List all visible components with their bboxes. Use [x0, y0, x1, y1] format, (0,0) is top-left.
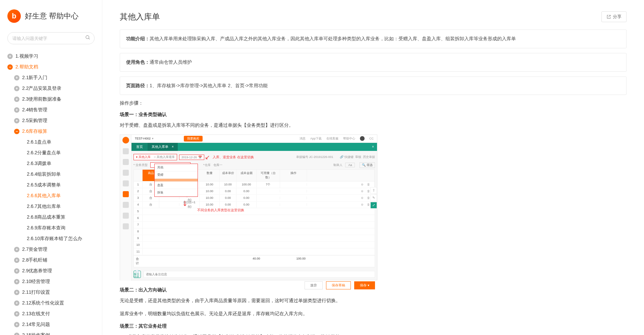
path-box: 页面路径：1、库存核算->库存管理->其他入库单 2、首页->常用功能	[120, 76, 627, 95]
calendar-icon: 📅	[198, 156, 202, 159]
table-row: 7	[134, 222, 375, 228]
nav-item[interactable]: +2.8手机旺铺	[7, 255, 95, 266]
svg-line-1	[89, 38, 90, 39]
nav-item[interactable]: +2.1新手入门	[7, 72, 95, 83]
nav-item[interactable]: +2.10经营管理	[7, 276, 95, 287]
ss-type-radios: ● 其他入库 ○ 其他入库退库	[133, 154, 177, 160]
steps-label: 操作步骤：	[120, 100, 627, 106]
site-link-1[interactable]: 好生意	[25, 12, 47, 20]
logo-row: b 好生意 帮助中心	[7, 9, 95, 23]
nav-item[interactable]: 2.6.9库存账本查询	[7, 223, 95, 233]
plus-icon: +	[14, 279, 19, 284]
ss-radio-in: ● 其他入库	[136, 155, 151, 159]
ss-chevron-down-icon: ▾	[152, 137, 154, 140]
nav-item[interactable]: +1.视频学习	[7, 51, 95, 62]
table-row: 8	[134, 228, 375, 235]
ss-remark-row: 📄备注信息	[133, 271, 375, 278]
nav-item[interactable]: 2.6.10库存账本错了怎么办	[7, 233, 95, 244]
search-icon[interactable]	[85, 35, 91, 42]
nav-item[interactable]: +2.4销售管理	[7, 105, 95, 115]
nav-item[interactable]: 2.6.2分量盘点单	[7, 148, 95, 158]
ss-avatar-icon	[360, 136, 365, 141]
ss-label: * 业务类型	[133, 163, 148, 167]
table-row: 10	[134, 242, 375, 248]
ss-header-link: 在线客服	[326, 136, 338, 141]
nav-item[interactable]: 2.6.1盘点单	[7, 137, 95, 148]
ss-menu-icon	[123, 223, 129, 229]
table-row: 9	[134, 235, 375, 242]
th	[134, 170, 143, 181]
ss-header-link: App下载	[310, 136, 322, 141]
logo-icon: b	[7, 9, 21, 23]
scene-heading: 场景一：业务类型确认	[120, 112, 627, 118]
plus-icon: +	[14, 258, 19, 263]
nav-item[interactable]: +2.5采购管理	[7, 115, 95, 126]
ss-maker: Aa	[345, 163, 355, 167]
scene-heading: 场景三：其它业务处理	[120, 323, 627, 329]
dd-item: 其他	[155, 164, 198, 171]
th: 数量	[200, 170, 220, 181]
ss-header-link: 帮助中心	[343, 136, 355, 141]
nav-item[interactable]: 2.6.4组装拆卸单	[7, 169, 95, 180]
plus-icon: +	[14, 97, 19, 102]
scene-text: 对于受赠、盘盈或是拆装入库等不同的业务，是通过单据头【业务类型】进行区分。	[120, 121, 627, 129]
table-row: 6	[134, 215, 375, 222]
nav-item[interactable]: +2.11打印设置	[7, 287, 95, 298]
search-input[interactable]	[7, 32, 95, 44]
ss-annotation: 入库、退货业务 在这里切换	[213, 155, 254, 160]
dd-item: 拆装	[155, 189, 198, 197]
role-box: 使用角色：通常由仓管人员维护	[120, 53, 627, 72]
nav-item[interactable]: −2.6库存核算	[7, 126, 95, 137]
nav-item[interactable]: +2.15操作案例	[7, 330, 95, 335]
th: 成本金额	[236, 170, 257, 181]
ss-footer: 放弃 保存草稿 保存 ▾	[133, 281, 375, 289]
main-content: 其他入库单 分享 功能介绍：其他入库单用来处理除采购入库、产成品入库之外的其他入…	[102, 0, 644, 335]
site-link-2[interactable]: 帮助中心	[49, 12, 78, 20]
table-row: 4台台(1台=1台)10.000.000.00⊕ 🗑	[134, 202, 375, 208]
search-box	[7, 32, 95, 44]
site-title: 好生意 帮助中心	[25, 11, 78, 21]
plus-icon: +	[14, 268, 19, 274]
nav-item[interactable]: −2.帮助文档	[7, 62, 95, 72]
sidebar: b 好生意 帮助中心 +1.视频学习 −2.帮助文档 +2.1新手入门 +2.2…	[0, 0, 102, 335]
nav-item[interactable]: +2.7资金管理	[7, 244, 95, 255]
ss-logo-icon	[122, 137, 129, 144]
scene-text: 退库业务中，明细数量均以负值红色展示。无论是入库还是退库，库存账均记在入库方向。	[120, 310, 627, 318]
nav-item[interactable]: +2.12系统个性化设置	[7, 298, 95, 309]
ss-menu-icon	[123, 180, 129, 186]
nav-item[interactable]: +2.3使用前数据准备	[7, 94, 95, 105]
plus-icon: +	[14, 247, 19, 252]
ss-menu-icon	[123, 159, 129, 165]
nav-item[interactable]: +2.2产品安装及登录	[7, 83, 95, 94]
plus-icon: +	[14, 86, 19, 91]
ss-tenant: TEST-H002	[135, 137, 151, 140]
nav-item[interactable]: 2.6.5成本调整单	[7, 180, 95, 190]
ss-tools: 🔗 快捷键 审核 历史单据	[340, 155, 375, 159]
plus-icon: +	[14, 107, 19, 113]
nav-item[interactable]: +2.13在线支付	[7, 309, 95, 319]
page-title: 其他入库单	[120, 11, 160, 22]
nav-item[interactable]: 2.6.7其他出库单	[7, 201, 95, 212]
ss-tab-current: 其他入库单	[148, 143, 178, 151]
ss-bill-no: 单据编号 JC-20191226-001	[296, 155, 333, 159]
plus-icon: +	[14, 311, 19, 317]
ss-tool-icon: ⤢	[370, 202, 377, 209]
nav-item[interactable]: 2.6.3调拨单	[7, 158, 95, 169]
plus-icon: +	[14, 300, 19, 306]
nav-item-current[interactable]: 2.6.6其他入库单	[7, 190, 95, 201]
svg-point-0	[86, 36, 89, 39]
ss-remark-icon: 📄备注信息	[133, 271, 141, 278]
ss-tool-icon: ⇧	[370, 187, 377, 194]
ss-header-link: 消息	[300, 136, 306, 141]
dd-item: 受赠	[155, 171, 198, 179]
ss-total-row: 合计 40.00 100.00	[134, 255, 375, 267]
nav-item[interactable]: +2.14常见问题	[7, 319, 95, 330]
nav-item[interactable]: +2.9优惠券管理	[7, 266, 95, 276]
share-button[interactable]: 分享	[601, 11, 627, 22]
nav-item[interactable]: 2.6.8商品成本重算	[7, 212, 95, 223]
plus-icon: +	[7, 54, 13, 59]
ss-menu-icon	[123, 148, 129, 154]
ss-menu-icon-active	[123, 191, 129, 197]
plus-icon: +	[14, 333, 19, 335]
ss-tabs: 首页 其他入库单 ×	[131, 143, 377, 151]
